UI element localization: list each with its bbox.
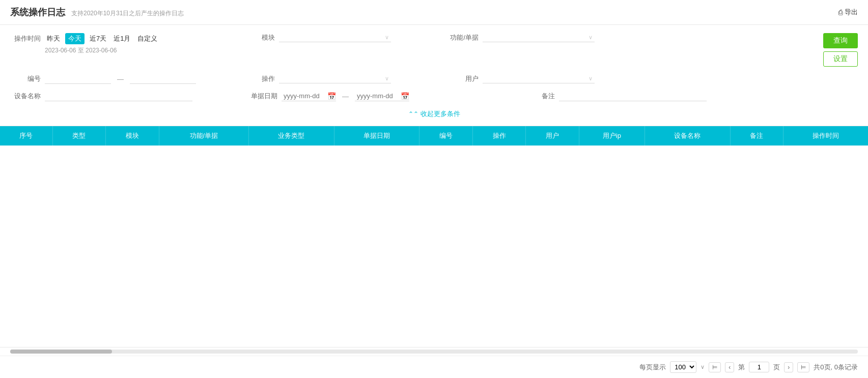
time-buttons-wrapper: 昨天 今天 近7天 近1月 自定义 2023-06-06 至 2023-06-0… [45,33,159,55]
pagination-bar: 每页显示 50 100 200 ∨ ⊨ ‹ 第 页 › ⊨ 共0页, 0条记录 [0,356,868,378]
device-input[interactable] [45,91,192,101]
page-first-button[interactable]: ⊨ [709,362,721,372]
time-label: 操作时间 [10,33,41,43]
feature-select[interactable]: ∨ [483,33,595,42]
data-table: 序号 类型 模块 功能/单据 业务类型 单据日期 编号 操作 用户 用户ip 设… [0,126,868,146]
col-index: 序号 [0,126,52,146]
operation-label: 操作 [244,74,275,83]
page-subtitle: 支持2020年10月31日之后产生的操作日志 [71,9,184,18]
page-unit: 页 [773,363,780,372]
user-label: 用户 [448,74,479,83]
feature-filter-section: 功能/单据 ∨ [428,33,813,42]
date-dash: — [342,93,349,100]
remark-input[interactable] [559,91,707,101]
export-label: 导出 [845,8,858,17]
device-label: 设备名称 [10,92,41,101]
code-dash: — [117,75,124,83]
feature-chevron-icon: ∨ [589,34,593,41]
user-filter-section: 用户 ∨ [428,74,858,83]
code-label: 编号 [10,74,41,83]
query-button[interactable]: 查询 [823,33,858,48]
calendar-start-icon[interactable]: 📅 [327,92,336,100]
header-left: 系统操作日志 支持2020年10月31日之后产生的操作日志 [10,6,184,18]
page-label: 第 [738,363,745,372]
col-type: 类型 [52,126,105,146]
page-prev-button[interactable]: ‹ [725,362,734,372]
scrollbar-track [10,350,858,354]
table-container: 序号 类型 模块 功能/单据 业务类型 单据日期 编号 操作 用户 用户ip 设… [0,126,868,347]
remark-filter-section: 备注 [504,91,858,101]
page-number-input[interactable] [749,362,769,372]
col-code: 编号 [419,126,472,146]
voucher-date-label: 单据日期 [244,92,277,101]
remark-label: 备注 [524,92,555,101]
time-range-text: 2023-06-06 至 2023-06-06 [45,46,159,55]
operation-chevron-icon: ∨ [385,75,389,82]
scrollbar-area [0,347,868,356]
operation-select[interactable]: ∨ [279,74,391,83]
module-label: 模块 [244,33,275,42]
page-wrapper: 系统操作日志 支持2020年10月31日之后产生的操作日志 ⎙ 导出 操作时间 … [0,0,868,378]
voucher-date-section: 单据日期 📅 — 📅 [234,91,504,101]
user-chevron-icon: ∨ [589,75,593,82]
col-device: 设备名称 [645,126,730,146]
device-filter-section: 设备名称 [10,91,234,101]
page-next-button[interactable]: › [784,362,793,372]
filter-row-2: 编号 — 操作 ∨ 用户 ∨ [10,74,858,84]
date-start-input[interactable] [282,91,327,101]
date-picker-group: 📅 — 📅 [282,91,409,101]
filter-row-1: 操作时间 昨天 今天 近7天 近1月 自定义 2023-06-06 至 2023… [10,33,858,67]
date-end-input[interactable] [355,91,401,101]
header-row: 序号 类型 模块 功能/单据 业务类型 单据日期 编号 操作 用户 用户ip 设… [0,126,868,146]
col-operation: 操作 [472,126,525,146]
col-module: 模块 [106,126,159,146]
date-start-wrapper: 📅 [282,91,336,101]
time-btn-7days[interactable]: 近7天 [88,33,108,44]
code-filter-section: 编号 — [10,74,234,84]
encoding-group: — [45,74,196,84]
export-icon: ⎙ [838,8,843,16]
collapse-row: ⌃⌃ 收起更多条件 [10,105,858,121]
module-select[interactable]: ∨ [279,33,391,42]
total-text: 共0页, 0条记录 [814,363,858,372]
time-btn-custom[interactable]: 自定义 [135,33,159,44]
collapse-chevron-icon: ⌃⌃ [408,110,418,118]
calendar-end-icon[interactable]: 📅 [401,92,409,100]
table-header: 序号 类型 模块 功能/单据 业务类型 单据日期 编号 操作 用户 用户ip 设… [0,126,868,146]
time-filter-section: 操作时间 昨天 今天 近7天 近1月 自定义 2023-06-06 至 2023… [10,33,234,55]
collapse-label: 收起更多条件 [421,109,460,119]
collapse-button[interactable]: ⌃⌃ 收起更多条件 [408,109,460,119]
feature-label: 功能/单据 [448,33,479,42]
module-chevron-icon: ∨ [385,34,389,41]
time-btn-today[interactable]: 今天 [65,33,85,44]
col-user-ip: 用户ip [579,126,645,146]
time-btn-1month[interactable]: 近1月 [111,33,132,44]
export-button[interactable]: ⎙ 导出 [838,8,858,17]
module-filter-section: 模块 ∨ [234,33,428,42]
filter-area: 操作时间 昨天 今天 近7天 近1月 自定义 2023-06-06 至 2023… [0,25,868,126]
page-header: 系统操作日志 支持2020年10月31日之后产生的操作日志 ⎙ 导出 [0,0,868,25]
user-select[interactable]: ∨ [483,74,595,83]
col-remark: 备注 [730,126,783,146]
action-buttons: 查询 设置 [823,33,858,67]
col-feature: 功能/单据 [159,126,248,146]
page-size-chevron-icon: ∨ [701,364,705,370]
page-last-button[interactable]: ⊨ [797,362,809,372]
date-end-wrapper: 📅 [355,91,409,101]
col-biz-type: 业务类型 [249,126,334,146]
code-input-end[interactable] [130,74,196,84]
col-user: 用户 [526,126,579,146]
page-size-select[interactable]: 50 100 200 [670,361,696,373]
settings-button[interactable]: 设置 [823,51,858,67]
per-page-label: 每页显示 [639,363,666,372]
filter-row-3: 设备名称 单据日期 📅 — 📅 [10,91,858,101]
time-buttons: 昨天 今天 近7天 近1月 自定义 [45,33,159,44]
time-btn-yesterday[interactable]: 昨天 [45,33,62,44]
operation-filter-section: 操作 ∨ [234,74,428,83]
code-input-start[interactable] [45,74,111,84]
col-voucher-date: 单据日期 [334,126,419,146]
scrollbar-thumb[interactable] [10,350,112,354]
col-op-time: 操作时间 [783,126,868,146]
empty-area [0,146,868,324]
page-title: 系统操作日志 [10,6,65,18]
